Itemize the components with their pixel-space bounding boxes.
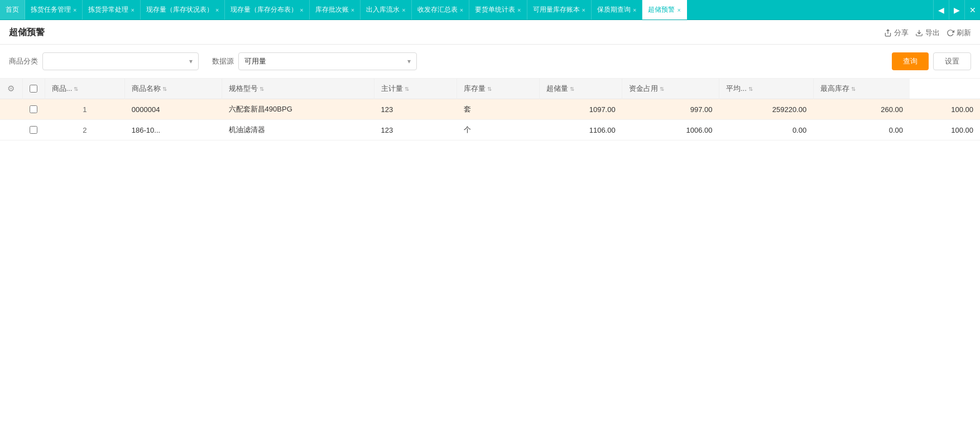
sort-icon: ⇅ — [570, 86, 574, 92]
row-overstock: 1006.00 — [622, 120, 719, 140]
row-overstock: 997.00 — [622, 99, 719, 120]
sort-icon: ⇅ — [851, 86, 856, 92]
chevron-down-icon: ▾ — [407, 57, 411, 65]
filter-area: 商品分类 ▾ 数据源 可用量 ▾ 查询 设置 — [0, 45, 980, 79]
close-icon[interactable]: × — [582, 7, 585, 13]
sort-icon: ⇅ — [487, 86, 492, 92]
export-button[interactable]: 导出 — [915, 28, 940, 38]
sort-icon: ⇅ — [74, 86, 78, 92]
settings-button[interactable]: 设置 — [933, 52, 971, 70]
th-unit[interactable]: 主计量 ⇅ — [374, 79, 457, 99]
row-code: 0000004 — [125, 99, 222, 120]
nav-tab-available[interactable]: 可用量库存账本 × — [527, 0, 592, 20]
close-icon[interactable]: × — [460, 7, 463, 13]
th-capital[interactable]: 资金占用 ⇅ — [622, 79, 719, 99]
nav-tab-order-stats[interactable]: 要货单统计表 × — [469, 0, 527, 20]
close-icon[interactable]: × — [131, 7, 134, 13]
close-icon[interactable]: × — [677, 7, 680, 13]
close-icon[interactable]: × — [215, 7, 219, 13]
table-container: ⚙ 商品... ⇅ 商品 — [0, 79, 980, 140]
query-button[interactable]: 查询 — [892, 52, 929, 70]
category-select[interactable]: ▾ — [42, 52, 199, 70]
category-label: 商品分类 — [9, 56, 38, 66]
nav-tab-expiry[interactable]: 保质期查询 × — [592, 0, 642, 20]
refresh-icon — [947, 29, 954, 37]
chevron-down-icon: ▾ — [189, 57, 193, 65]
refresh-button[interactable]: 刷新 — [947, 28, 971, 38]
close-icon[interactable]: × — [633, 7, 636, 13]
export-label: 导出 — [925, 28, 940, 38]
th-spec[interactable]: 规格型号 ⇅ — [222, 79, 374, 99]
close-icon[interactable]: × — [300, 7, 303, 13]
row-avg: 260.00 — [813, 99, 910, 120]
close-icon[interactable]: × — [351, 7, 354, 13]
th-maxstock[interactable]: 最高库存 ⇅ — [813, 79, 910, 99]
nav-close-button[interactable]: ✕ — [964, 0, 980, 20]
share-icon — [884, 29, 892, 37]
row-unit: 个 — [457, 120, 540, 140]
row-index: 2 — [45, 120, 125, 140]
page-header: 超储预警 分享 导出 刷新 — [0, 20, 980, 45]
nav-tab-order-stats-label: 要货单统计表 — [475, 5, 515, 14]
nav-tab-abnormal[interactable]: 拣货异常处理 × — [83, 0, 140, 20]
filter-actions: 查询 设置 — [892, 52, 971, 70]
top-nav: 首页 拣货任务管理 × 拣货异常处理 × 现存量（库存状况表） × 现存量（库存… — [0, 0, 980, 20]
nav-tab-stock-status-label: 现存量（库存状况表） — [146, 5, 213, 14]
nav-arrows: ◀ ▶ ✕ — [933, 0, 980, 20]
row-capital: 259220.00 — [719, 99, 813, 120]
row-name: 六配套新昌490BPG — [222, 99, 374, 120]
close-icon[interactable]: × — [402, 7, 405, 13]
th-checkbox — [22, 79, 45, 99]
nav-prev-button[interactable]: ◀ — [933, 0, 949, 20]
nav-tab-available-label: 可用量库存账本 — [533, 5, 580, 14]
row-spec: 123 — [374, 120, 457, 140]
row-stock: 1097.00 — [540, 99, 622, 120]
row-unit: 套 — [457, 99, 540, 120]
datasource-value: 可用量 — [244, 56, 266, 66]
th-name[interactable]: 商品名称 ⇅ — [125, 79, 222, 99]
nav-tab-inout[interactable]: 出入库流水 × — [361, 0, 411, 20]
th-stock[interactable]: 库存量 ⇅ — [457, 79, 540, 99]
row-maxstock: 100.00 — [910, 99, 980, 120]
nav-next-button[interactable]: ▶ — [949, 0, 964, 20]
row-checkbox[interactable] — [30, 105, 37, 113]
nav-tab-batch-label: 库存批次账 — [315, 5, 349, 14]
nav-tab-stock-status[interactable]: 现存量（库存状况表） × — [141, 0, 225, 20]
close-icon[interactable]: × — [73, 7, 76, 13]
sort-icon: ⇅ — [162, 86, 167, 92]
row-avg: 0.00 — [813, 120, 910, 140]
nav-tab-batch[interactable]: 库存批次账 × — [310, 0, 361, 20]
row-capital: 0.00 — [719, 120, 813, 140]
row-checkbox-cell — [22, 120, 45, 140]
th-gear: ⚙ — [0, 79, 22, 99]
nav-tab-collect-label: 收发存汇总表 — [417, 5, 458, 14]
nav-tab-overstock[interactable]: 超储预警 × — [642, 0, 686, 20]
nav-tab-stock-dist[interactable]: 现存量（库存分布表） × — [225, 0, 309, 20]
table-body: 1 0000004 六配套新昌490BPG 123 套 1097.00 997.… — [0, 99, 980, 140]
export-icon — [915, 29, 923, 37]
page-container: 超储预警 分享 导出 刷新 商品 — [0, 20, 980, 446]
nav-tab-task-mgmt[interactable]: 拣货任务管理 × — [25, 0, 83, 20]
th-code[interactable]: 商品... ⇅ — [45, 79, 125, 99]
close-icon[interactable]: × — [517, 7, 521, 13]
datasource-select[interactable]: 可用量 ▾ — [238, 52, 417, 70]
th-overstock[interactable]: 超储量 ⇅ — [540, 79, 622, 99]
sort-icon: ⇅ — [748, 86, 753, 92]
category-filter: 商品分类 ▾ — [9, 52, 199, 70]
th-avg[interactable]: 平均... ⇅ — [719, 79, 813, 99]
row-checkbox-cell — [22, 99, 45, 120]
sort-icon: ⇅ — [660, 86, 664, 92]
select-all-checkbox[interactable] — [30, 85, 37, 93]
share-button[interactable]: 分享 — [884, 28, 909, 38]
nav-tab-expiry-label: 保质期查询 — [597, 5, 631, 14]
header-actions: 分享 导出 刷新 — [884, 28, 971, 38]
row-checkbox[interactable] — [30, 126, 37, 134]
gear-icon[interactable]: ⚙ — [7, 84, 15, 93]
row-index: 1 — [45, 99, 125, 120]
nav-tab-stock-dist-label: 现存量（库存分布表） — [230, 5, 297, 14]
nav-tab-home[interactable]: 首页 — [0, 0, 25, 20]
data-table: ⚙ 商品... ⇅ 商品 — [0, 79, 980, 140]
share-label: 分享 — [894, 28, 909, 38]
nav-tab-collect[interactable]: 收发存汇总表 × — [412, 0, 469, 20]
row-spec: 123 — [374, 99, 457, 120]
